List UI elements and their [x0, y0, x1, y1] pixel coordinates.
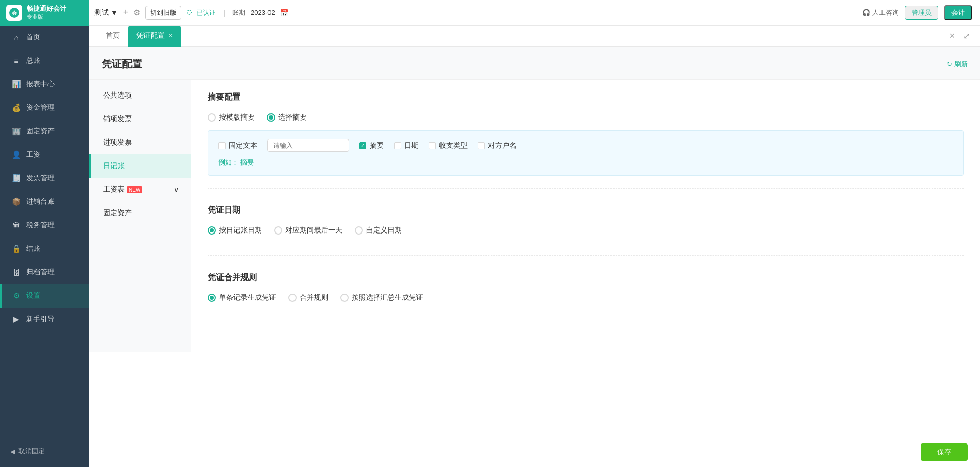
radio-select-merge[interactable]: 按照选择汇总生成凭证	[340, 293, 423, 302]
radio-merge-rule[interactable]: 合并规则	[288, 293, 328, 302]
sidebar-item-ledger[interactable]: ≡ 总账	[0, 49, 89, 73]
close-accounts-icon: 🔒	[12, 244, 21, 253]
radio-circle-custom-date	[355, 226, 363, 235]
radio-single[interactable]: 单条记录生成凭证	[208, 293, 276, 302]
sidebar-label-ledger: 总账	[26, 56, 40, 65]
sidebar-item-capital[interactable]: 💰 资金管理	[0, 96, 89, 120]
sidebar-label-reports: 报表中心	[26, 80, 55, 89]
sidebar-item-assets[interactable]: 🏢 固定资产	[0, 120, 89, 143]
tab-home[interactable]: 首页	[97, 26, 128, 47]
checkbox-summary[interactable]: 摘要	[359, 141, 384, 150]
guide-icon: ▶	[12, 315, 21, 324]
nav-item-public[interactable]: 公共选项	[89, 84, 191, 107]
page-content: 凭证配置 ↻ 刷新 公共选项 销项发票	[89, 47, 980, 437]
checkbox-income-type[interactable]: 收支类型	[429, 141, 468, 150]
sidebar-item-wages[interactable]: 👤 工资	[0, 143, 89, 167]
sidebar-item-home[interactable]: ⌂ 首页	[0, 26, 89, 49]
main-layout: ⌂ 首页 ≡ 总账 📊 报表中心 💰 资金管理 🏢 固定资产 👤 工资	[0, 26, 980, 467]
sidebar-label-settings: 设置	[26, 291, 40, 300]
close-all-tabs-button[interactable]: ×	[947, 29, 957, 43]
radio-period-last[interactable]: 对应期间最后一天	[274, 226, 342, 235]
sidebar-item-guide[interactable]: ▶ 新手引导	[0, 308, 89, 331]
settings-icon: ⚙	[12, 291, 21, 300]
date-title: 凭证日期	[208, 205, 964, 216]
nav-item-journal[interactable]: 日记账	[89, 154, 191, 178]
sidebar-item-reports[interactable]: 📊 报表中心	[0, 73, 89, 96]
sidebar-bottom: ◀ 取消固定	[0, 435, 89, 467]
refresh-icon: ↻	[947, 60, 952, 68]
radio-circle-period-last	[274, 226, 282, 235]
radio-journal-date[interactable]: 按日记账日期	[208, 226, 262, 235]
fullscreen-button[interactable]: ⤢	[961, 29, 972, 43]
save-button[interactable]: 保存	[921, 443, 968, 461]
sidebar-item-tax[interactable]: 🏛 税务管理	[0, 214, 89, 237]
radio-circle-journal-date	[208, 226, 216, 235]
example-text: 例如： 摘要	[218, 158, 953, 167]
fixed-text-input[interactable]	[267, 139, 349, 152]
nav-item-sales-invoice[interactable]: 销项发票	[89, 107, 191, 131]
summary-radio-row: 按模版摘要 选择摘要	[208, 113, 964, 122]
merge-section: 凭证合并规则 单条记录生成凭证 合并规则	[208, 272, 964, 323]
header-plus-icon[interactable]: +	[123, 7, 129, 18]
nav-item-fixed-assets[interactable]: 固定资产	[89, 201, 191, 225]
home-icon: ⌂	[12, 33, 21, 42]
date-radio-row: 按日记账日期 对应期间最后一天 自定义日期	[208, 226, 964, 235]
checkbox-row-main: 固定文本 摘要 日期	[218, 139, 953, 152]
wages-icon: 👤	[12, 150, 21, 159]
calendar-icon[interactable]: 📅	[280, 9, 289, 17]
config-body: 公共选项 销项发票 进项发票 日记账 工资表 NEW	[89, 80, 980, 352]
sidebar-item-archive[interactable]: 🗄 归档管理	[0, 261, 89, 284]
top-header: 会 畅捷通好会计 专业版 测试 ▼ + ⚙ 切到旧版 🛡 已认证 | 账期 20…	[0, 0, 980, 26]
service-button[interactable]: 🎧 人工咨询	[862, 8, 899, 17]
radio-custom-date[interactable]: 自定义日期	[355, 226, 402, 235]
logo-text: 畅捷通好会计	[27, 4, 66, 13]
tax-icon: 🏛	[12, 221, 21, 230]
dropdown-icon: ▼	[111, 9, 118, 17]
switch-version-button[interactable]: 切到旧版	[145, 6, 181, 20]
nav-item-payroll[interactable]: 工资表 NEW ∨	[89, 178, 191, 201]
header-right: 🎧 人工咨询 管理员 会计	[862, 5, 972, 20]
sidebar-item-invoice[interactable]: 🧾 发票管理	[0, 167, 89, 190]
header-gear-icon[interactable]: ⚙	[133, 8, 140, 17]
refresh-button[interactable]: ↻ 刷新	[947, 60, 968, 69]
checkbox-box-summary	[359, 142, 366, 149]
config-page: 凭证配置 ↻ 刷新 公共选项 销项发票	[89, 47, 980, 437]
sidebar-item-sales[interactable]: 📦 进销台账	[0, 190, 89, 214]
sidebar-item-close[interactable]: 🔒 结账	[0, 237, 89, 261]
cancel-fixed-button[interactable]: ◀ 取消固定	[0, 441, 89, 461]
config-content: 摘要配置 按模版摘要 选择摘要	[191, 80, 980, 352]
radio-circle-select	[267, 113, 275, 122]
sidebar-label-invoice: 发票管理	[26, 174, 55, 183]
expand-icon: ∨	[174, 185, 179, 194]
page-footer: 保存	[89, 437, 980, 467]
checkbox-counterpart[interactable]: 对方户名	[478, 141, 517, 150]
project-selector[interactable]: 测试 ▼	[94, 8, 118, 17]
reports-icon: 📊	[12, 80, 21, 89]
summary-section: 摘要配置 按模版摘要 选择摘要	[208, 92, 964, 189]
summary-checkbox-area: 固定文本 摘要 日期	[208, 130, 964, 176]
tab-close-icon[interactable]: ×	[169, 32, 173, 39]
checkbox-fixed-text[interactable]: 固定文本	[218, 141, 257, 150]
summary-title: 摘要配置	[208, 92, 964, 103]
sidebar-item-settings[interactable]: ⚙ 设置	[0, 284, 89, 308]
checkbox-box-income-type	[429, 142, 436, 149]
accountant-button[interactable]: 会计	[944, 5, 972, 20]
sidebar-label-tax: 税务管理	[26, 221, 55, 230]
merge-title: 凭证合并规则	[208, 272, 964, 283]
period-value: 2023-02	[251, 9, 275, 16]
checkbox-box-date	[394, 142, 401, 149]
sidebar-label-sales: 进销台账	[26, 197, 55, 206]
checkbox-date[interactable]: 日期	[394, 141, 419, 150]
period-label: 账期	[232, 8, 246, 17]
date-section: 凭证日期 按日记账日期 对应期间最后一天	[208, 205, 964, 256]
tab-voucher-config[interactable]: 凭证配置 ×	[128, 26, 181, 47]
radio-select-summary[interactable]: 选择摘要	[267, 113, 307, 122]
sidebar-scroll: ⌂ 首页 ≡ 总账 📊 报表中心 💰 资金管理 🏢 固定资产 👤 工资	[0, 26, 89, 435]
radio-circle-single	[208, 294, 216, 302]
radio-circle-template	[208, 113, 216, 122]
nav-item-purchase-invoice[interactable]: 进项发票	[89, 131, 191, 154]
checkbox-box-fixed-text	[218, 142, 226, 149]
headset-icon: 🎧	[862, 9, 870, 16]
radio-template-summary[interactable]: 按模版摘要	[208, 113, 255, 122]
admin-button[interactable]: 管理员	[905, 6, 938, 20]
